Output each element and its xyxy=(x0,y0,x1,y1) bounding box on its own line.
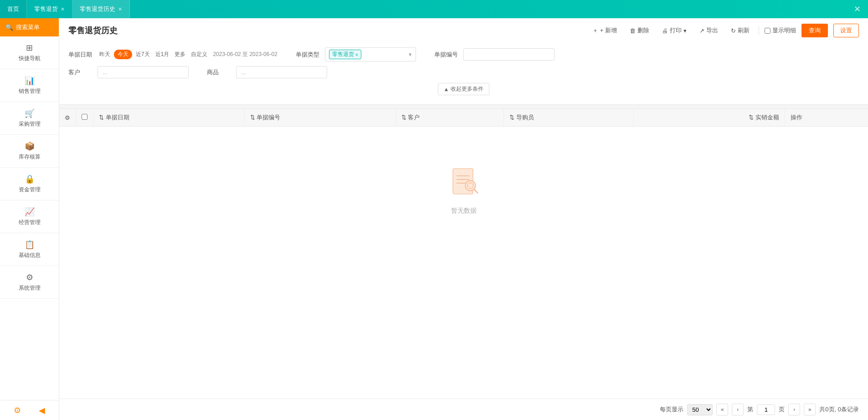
date-shortcuts: 昨天 今天 近7天 近1月 更多 自定义 2023-06-02 至 2023-0… xyxy=(98,50,277,59)
empty-state-cell: 暂无数据 xyxy=(59,127,868,252)
page-first-button[interactable]: « xyxy=(716,404,728,415)
query-button[interactable]: 查询 xyxy=(801,24,828,37)
type-filter-select[interactable]: 零售退货 × ▾ xyxy=(325,47,416,61)
sidebar-nav: ⊞ 快捷导航 📊 销售管理 🛒 采购管理 📦 库存核算 🔒 资金管理 📈 xyxy=(0,36,59,400)
filter-area: 单据日期 昨天 今天 近7天 近1月 更多 自定义 2023-06-02 至 2… xyxy=(68,43,859,104)
sidebar-bottom: ⚙ ◀ xyxy=(0,400,59,420)
data-table: ⚙ ⇅ 单据日期 ⇅ 单据编号 ⇅ xyxy=(59,109,868,251)
page-input[interactable] xyxy=(757,405,775,415)
settings-bottom-icon[interactable]: ⚙ xyxy=(14,405,21,415)
customer-filter-input[interactable]: ... xyxy=(98,66,189,78)
new-button[interactable]: ＋ + 新增 xyxy=(589,25,621,36)
col-number: ⇅ 单据编号 xyxy=(244,109,395,127)
refresh-icon: ↻ xyxy=(731,27,736,34)
print-label: 打印 xyxy=(670,26,682,35)
page-prev-button[interactable]: ‹ xyxy=(732,404,744,415)
page-title-row: 零售退货历史 ＋ + 新增 🗑 删除 🖨 打印 ▾ xyxy=(68,24,859,37)
page-next-button[interactable]: › xyxy=(788,404,800,415)
sales-mgmt-label: 销售管理 xyxy=(19,87,41,95)
delete-button[interactable]: 🗑 删除 xyxy=(626,25,653,36)
col-check[interactable] xyxy=(76,109,93,127)
purchase-mgmt-label: 采购管理 xyxy=(19,120,41,128)
col-settings[interactable]: ⚙ xyxy=(59,109,76,127)
sidebar-item-sales-mgmt[interactable]: 📊 销售管理 xyxy=(0,69,59,102)
select-all-checkbox[interactable] xyxy=(82,114,87,120)
page-last-button[interactable]: » xyxy=(804,404,816,415)
type-filter-label: 单据类型 xyxy=(296,51,321,59)
date-shortcut-7days[interactable]: 近7天 xyxy=(134,50,152,59)
empty-state-row: 暂无数据 xyxy=(59,127,868,252)
type-tag-close[interactable]: × xyxy=(355,52,358,57)
top-bar-right: ✕ xyxy=(854,0,868,18)
sidebar-item-quick-nav[interactable]: ⊞ 快捷导航 xyxy=(0,36,59,69)
date-shortcut-more[interactable]: 更多 xyxy=(173,50,187,59)
type-tag: 零售退货 × xyxy=(329,50,361,59)
tab-home-label: 首页 xyxy=(7,5,19,13)
col-amount: ⇅ 实销金额 xyxy=(633,109,785,127)
export-label: 导出 xyxy=(706,26,718,35)
tab-retail-return-close[interactable]: ✕ xyxy=(61,6,65,12)
date-shortcut-1month[interactable]: 近1月 xyxy=(154,50,171,59)
sidebar-item-basic-info[interactable]: 📋 基础信息 xyxy=(0,233,59,266)
date-shortcut-custom[interactable]: 自定义 xyxy=(189,50,209,59)
col-number-sort-icon: ⇅ xyxy=(250,114,257,121)
date-range-text: 2023-06-02 至 2023-06-02 xyxy=(213,51,277,58)
goods-filter-item: 商品 ... xyxy=(207,66,327,78)
customer-filter-label: 客户 xyxy=(68,68,94,77)
print-button[interactable]: 🖨 打印 ▾ xyxy=(658,25,690,36)
sidebar-item-purchase-mgmt[interactable]: 🛒 采购管理 xyxy=(0,102,59,135)
sales-mgmt-icon: 📊 xyxy=(25,76,35,86)
total-info: 共0页, 0条记录 xyxy=(819,405,859,414)
col-guide: ⇅ 导购员 xyxy=(504,109,634,127)
type-tag-text: 零售退货 xyxy=(332,51,354,58)
collapse-button[interactable]: ▲ 收起更多条件 xyxy=(438,83,490,95)
tab-retail-return[interactable]: 零售退货 ✕ xyxy=(27,0,72,18)
new-icon: ＋ xyxy=(592,26,598,35)
search-icon: 🔍 xyxy=(5,24,13,31)
tab-retail-return-history-label: 零售退货历史 xyxy=(80,5,115,13)
quick-nav-label: 快捷导航 xyxy=(19,55,41,62)
collapse-label: 收起更多条件 xyxy=(451,85,483,93)
date-shortcut-today[interactable]: 今天 xyxy=(114,50,132,59)
sidebar-search[interactable]: 🔍 搜索菜单 xyxy=(0,18,59,36)
type-select-arrow-icon: ▾ xyxy=(409,51,412,58)
print-arrow-icon: ▾ xyxy=(683,27,687,34)
filter-row-1: 单据日期 昨天 今天 近7天 近1月 更多 自定义 2023-06-02 至 2… xyxy=(68,47,859,61)
tab-retail-return-history-close[interactable]: ✕ xyxy=(118,6,122,12)
window-close-icon[interactable]: ✕ xyxy=(854,4,861,14)
content-area: 零售退货历史 ＋ + 新增 🗑 删除 🖨 打印 ▾ xyxy=(59,18,868,420)
page-header: 零售退货历史 ＋ + 新增 🗑 删除 🖨 打印 ▾ xyxy=(59,18,868,105)
svg-line-5 xyxy=(474,190,478,193)
purchase-mgmt-icon: 🛒 xyxy=(25,108,35,118)
sidebar-item-finance[interactable]: 🔒 资金管理 xyxy=(0,168,59,200)
date-shortcut-yesterday[interactable]: 昨天 xyxy=(98,50,112,59)
query-label: 查询 xyxy=(809,27,821,34)
sidebar-item-inventory[interactable]: 📦 库存核算 xyxy=(0,135,59,168)
export-button[interactable]: ↗ 导出 xyxy=(696,25,722,36)
number-filter-label: 单据编号 xyxy=(434,51,460,59)
date-filter-item: 单据日期 昨天 今天 近7天 近1月 更多 自定义 2023-06-02 至 2… xyxy=(68,50,277,59)
goods-filter-input[interactable]: ... xyxy=(236,66,327,78)
sidebar-item-system[interactable]: ⚙ 系统管理 xyxy=(0,266,59,299)
customer-filter-item: 客户 ... xyxy=(68,66,189,78)
sidebar-item-operations[interactable]: 📈 经营管理 xyxy=(0,200,59,233)
col-customer: ⇅ 客户 xyxy=(395,109,504,127)
tab-retail-return-history[interactable]: 零售退货历史 ✕ xyxy=(72,0,130,18)
collapse-sidebar-icon[interactable]: ◀ xyxy=(39,405,45,415)
empty-icon xyxy=(446,163,482,200)
col-action: 操作 xyxy=(785,109,868,127)
page-title: 零售退货历史 xyxy=(68,25,118,36)
settings-button[interactable]: 设置 xyxy=(833,24,859,37)
number-filter-input[interactable] xyxy=(463,48,555,61)
show-detail-checkbox[interactable] xyxy=(765,28,770,34)
page-size-select[interactable]: 50 100 200 xyxy=(687,404,713,415)
sidebar: 🔍 搜索菜单 ⊞ 快捷导航 📊 销售管理 🛒 采购管理 📦 库存核算 🔒 xyxy=(0,18,59,420)
tab-home[interactable]: 首页 xyxy=(0,0,27,18)
col-guide-sort-icon: ⇅ xyxy=(509,114,516,121)
operations-label: 经营管理 xyxy=(19,219,41,226)
date-filter-label: 单据日期 xyxy=(68,51,94,59)
system-icon: ⚙ xyxy=(26,272,33,282)
refresh-button[interactable]: ↻ 刷新 xyxy=(727,25,753,36)
collapse-up-icon: ▲ xyxy=(444,86,449,92)
col-date: ⇅ 单据日期 xyxy=(93,109,245,127)
